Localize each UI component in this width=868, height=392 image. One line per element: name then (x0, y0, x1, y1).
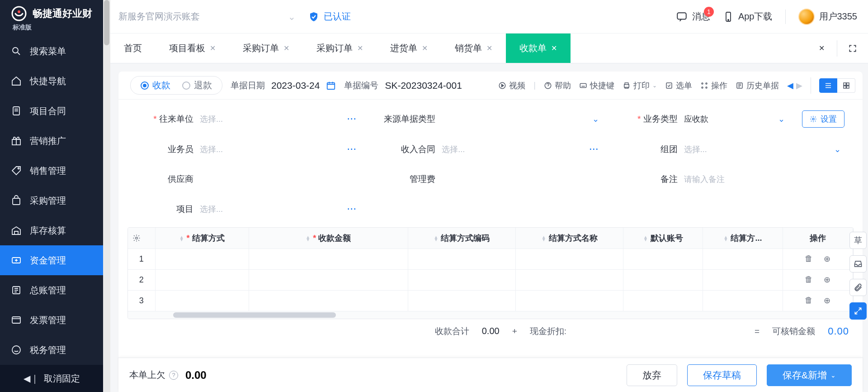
tab-purchase-order-1[interactable]: 采购订单✕ (229, 33, 303, 63)
sidebar-item-purchase[interactable]: 采购管理 (0, 186, 103, 215)
doc-date-value[interactable]: 2023-03-24 (271, 80, 320, 91)
card-head: 收款 退款 单据日期 2023-03-24 单据编号 SK-20230324-0… (118, 72, 863, 100)
prev-icon[interactable]: ◀ (787, 81, 793, 91)
tab-purchase-order-2[interactable]: 采购订单✕ (303, 33, 377, 63)
sidebar-item-label: 采购管理 (30, 195, 66, 207)
operations-button[interactable]: 操作 (700, 80, 727, 91)
delete-row-icon[interactable]: 🗑 (805, 254, 813, 264)
save-and-new-button[interactable]: 保存&新增⌄ (767, 364, 852, 386)
tab-home[interactable]: 首页 (110, 33, 156, 63)
close-icon[interactable]: ✕ (283, 44, 289, 53)
lookup-icon[interactable]: ··· (347, 145, 357, 154)
th-method-name[interactable]: ▲▼结算方式名称 (516, 228, 623, 249)
th-default-account[interactable]: ▲▼默认账号 (623, 228, 703, 249)
scrollbar-thumb[interactable] (104, 0, 109, 45)
th-amount[interactable]: ▲▼* 收款金额 (249, 228, 408, 249)
view-grid-button[interactable] (837, 78, 855, 93)
source-type-select[interactable]: ⌄ (442, 111, 602, 127)
add-row-icon[interactable]: ⊕ (824, 254, 830, 264)
writeoff-label: 可核销金额 (772, 325, 815, 337)
sidebar-item-inventory[interactable]: 库存核算 (0, 215, 103, 245)
video-button[interactable]: 视频 (498, 80, 525, 91)
expand-rail-button[interactable] (849, 302, 867, 320)
close-icon[interactable]: ✕ (486, 44, 492, 53)
close-icon[interactable]: ✕ (422, 44, 428, 53)
svg-rect-9 (12, 317, 20, 323)
sidebar-item-label: 税务管理 (30, 344, 66, 356)
tab-project-board[interactable]: 项目看板✕ (156, 33, 229, 63)
biz-type-select[interactable]: 应收款⌄ (684, 111, 788, 127)
tab-sales-order[interactable]: 销货单✕ (441, 33, 506, 63)
history-button[interactable]: 历史单据 (736, 80, 779, 91)
lookup-icon[interactable]: ··· (347, 115, 357, 124)
sidebar-unpin[interactable]: ◀｜ 取消固定 (0, 365, 103, 392)
add-row-icon[interactable]: ⊕ (824, 275, 830, 285)
avatar (798, 9, 815, 25)
th-settlement-method[interactable]: ▲▼* 结算方式 (155, 228, 249, 249)
print-button[interactable]: 打印⌄ (623, 80, 657, 91)
close-icon[interactable]: ✕ (210, 44, 216, 53)
table-row[interactable]: 2🗑⊕ (128, 269, 853, 290)
settings-button[interactable]: 设置 (802, 110, 844, 128)
sidebar-scrollbar[interactable] (103, 0, 110, 392)
calendar-icon[interactable] (326, 81, 336, 91)
table-config-header[interactable] (128, 228, 155, 249)
tab-goods-in[interactable]: 进货单✕ (377, 33, 441, 63)
tab-label: 采购订单 (243, 42, 279, 54)
attachment-rail-button[interactable] (849, 279, 867, 296)
sidebar-item-finance[interactable]: 资金管理 (0, 245, 103, 275)
sidebar-item-tax[interactable]: 税务管理 (0, 335, 103, 365)
project-input[interactable]: 选择...··· (200, 201, 360, 217)
help-button[interactable]: 帮助 (544, 80, 571, 91)
supplier-input[interactable] (200, 171, 360, 187)
lookup-icon[interactable]: ··· (347, 205, 357, 214)
radio-refund[interactable]: 退款 (182, 79, 212, 91)
income-contract-input[interactable]: 选择...··· (442, 141, 602, 158)
sidebar-item-sales[interactable]: 销售管理 (0, 156, 103, 186)
add-row-icon[interactable]: ⊕ (824, 296, 830, 306)
close-icon[interactable]: ✕ (357, 44, 363, 53)
group-input[interactable]: 选择...⌄ (684, 141, 844, 158)
save-draft-button[interactable]: 保存草稿 (687, 364, 757, 386)
discard-button[interactable]: 放弃 (627, 364, 677, 386)
view-list-button[interactable] (819, 78, 837, 93)
next-icon[interactable]: ▶ (796, 81, 802, 91)
help-icon[interactable]: ? (169, 371, 178, 380)
close-icon[interactable]: ✕ (551, 44, 557, 53)
tab-receipt[interactable]: 收款单✕ (506, 33, 571, 63)
partner-input[interactable]: 选择...··· (200, 111, 360, 127)
select-doc-button[interactable]: 选单 (665, 80, 692, 91)
fullscreen-button[interactable] (844, 40, 861, 57)
radio-receipt[interactable]: 收款 (141, 79, 170, 91)
mgmt-fee-input[interactable] (442, 171, 602, 187)
delete-row-icon[interactable]: 🗑 (805, 275, 813, 285)
remark-input[interactable]: 请输入备注 (684, 171, 844, 187)
th-label: 结算方式编码 (441, 234, 490, 243)
shortcut-button[interactable]: 快捷键 (579, 80, 614, 91)
draft-rail-button[interactable]: 草 (849, 232, 867, 249)
messages-button[interactable]: 消息 1 (676, 10, 710, 23)
user-menu[interactable]: 用户3355 (798, 9, 858, 25)
sidebar-item-quicknav[interactable]: 快捷导航 (0, 66, 103, 96)
sidebar-item-marketing[interactable]: 营销推广 (0, 126, 103, 156)
tenant-select[interactable]: 新服务官网演示账套 ⌄ (118, 10, 308, 23)
sidebar-item-ledger[interactable]: 总账管理 (0, 275, 103, 305)
sidebar-item-invoice[interactable]: 发票管理 (0, 305, 103, 335)
chevron-down-icon: ⌄ (288, 11, 296, 22)
close-all-button[interactable]: ✕ (813, 40, 830, 57)
svg-rect-28 (846, 86, 849, 88)
table-h-scrollbar[interactable] (128, 311, 853, 319)
table-row[interactable]: 3🗑⊕ (128, 290, 853, 311)
th-method-extra[interactable]: ▲▼结算方... (703, 228, 783, 249)
lookup-icon[interactable]: ··· (590, 145, 599, 154)
verified-badge: 已认证 (308, 10, 351, 23)
delete-row-icon[interactable]: 🗑 (805, 296, 813, 306)
th-method-code[interactable]: ▲▼结算方式编码 (408, 228, 515, 249)
sidebar-item-project-contract[interactable]: 项目合同 (0, 96, 103, 126)
table-row[interactable]: 1🗑⊕ (128, 249, 853, 269)
app-download-button[interactable]: App下载 (723, 10, 773, 23)
sidebar-item-search[interactable]: 搜索菜单 (0, 36, 103, 66)
clerk-input[interactable]: 选择...··· (200, 141, 360, 158)
scrollbar-thumb[interactable] (173, 312, 336, 318)
inbox-rail-button[interactable] (849, 255, 867, 272)
